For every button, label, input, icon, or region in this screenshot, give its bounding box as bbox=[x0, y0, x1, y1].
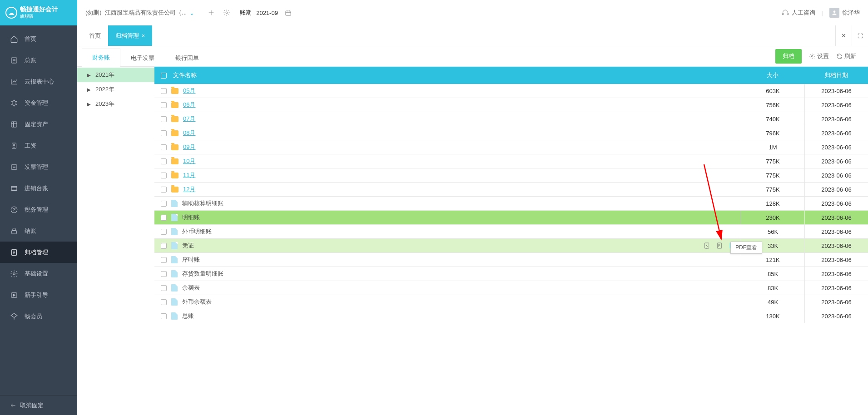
nav-item-8[interactable]: 税务管理 bbox=[0, 199, 77, 220]
row-checkbox[interactable] bbox=[161, 201, 167, 207]
table-row[interactable]: 外币明细账56K2023-06-06 bbox=[154, 225, 868, 239]
svg-point-15 bbox=[833, 10, 836, 13]
row-checkbox[interactable] bbox=[161, 158, 167, 164]
page-tab-home[interactable]: 首页 bbox=[82, 25, 108, 46]
nav-item-13[interactable]: 畅会员 bbox=[0, 306, 77, 327]
select-all-checkbox[interactable] bbox=[161, 73, 167, 79]
row-checkbox[interactable] bbox=[161, 299, 167, 305]
file-name: 外币明细账 bbox=[182, 227, 212, 236]
nav-icon bbox=[10, 291, 18, 299]
row-checkbox[interactable] bbox=[161, 243, 167, 249]
table-row[interactable]: 06月756K2023-06-06 bbox=[154, 98, 868, 112]
nav-item-1[interactable]: 总账 bbox=[0, 49, 77, 71]
year-item-1[interactable]: ▶2022年 bbox=[77, 82, 154, 97]
gear-icon[interactable] bbox=[223, 9, 230, 16]
page-tab-archive[interactable]: 归档管理 × bbox=[108, 25, 152, 46]
table-row[interactable]: 外币余额表49K2023-06-06 bbox=[154, 295, 868, 309]
nav-item-2[interactable]: 云报表中心 bbox=[0, 71, 77, 92]
file-icon bbox=[171, 298, 178, 306]
sub-tab-finance[interactable]: 财务账 bbox=[82, 49, 120, 67]
table-row[interactable]: 08月796K2023-06-06 bbox=[154, 126, 868, 140]
cloud-icon: ☁ bbox=[5, 7, 17, 19]
table-row[interactable]: 11月775K2023-06-06 bbox=[154, 168, 868, 183]
row-checkbox[interactable] bbox=[161, 271, 167, 277]
table-row[interactable]: 辅助核算明细账128K2023-06-06 bbox=[154, 197, 868, 211]
caret-right-icon: ▶ bbox=[87, 102, 91, 107]
excel-download-icon[interactable] bbox=[703, 242, 711, 250]
nav-item-3[interactable]: 资金管理 bbox=[0, 92, 77, 114]
row-checkbox[interactable] bbox=[161, 285, 167, 291]
nav-label: 畅会员 bbox=[25, 312, 42, 321]
nav-item-7[interactable]: 进销台账 bbox=[0, 178, 77, 199]
sub-tab-einvoice[interactable]: 电子发票 bbox=[120, 49, 165, 67]
nav-item-9[interactable]: 结账 bbox=[0, 220, 77, 242]
file-name[interactable]: 10月 bbox=[183, 157, 195, 165]
fullscreen-icon[interactable] bbox=[852, 25, 868, 46]
sub-tab-bankreceipt[interactable]: 银行回单 bbox=[165, 49, 209, 67]
row-checkbox[interactable] bbox=[161, 173, 167, 178]
nav-item-5[interactable]: 工资 bbox=[0, 135, 77, 156]
year-item-0[interactable]: ▶2021年 bbox=[77, 68, 154, 82]
period-value[interactable]: 2021-09 bbox=[256, 10, 278, 16]
nav-item-4[interactable]: 固定资产 bbox=[0, 114, 77, 135]
table-row[interactable]: 序时账121K2023-06-06 bbox=[154, 253, 868, 267]
brand-logo[interactable]: ☁ 畅捷通好会计 旗舰版 bbox=[0, 0, 77, 25]
sidebar-unpin[interactable]: 取消固定 bbox=[0, 395, 77, 415]
company-selector[interactable]: (勿删）江西服宝精品有限责任公司（... ⌄ bbox=[85, 9, 194, 17]
sidebar-nav: 首页总账云报表中心资金管理固定资产工资发票管理进销台账税务管理结账归档管理基础设… bbox=[0, 25, 77, 395]
table-row[interactable]: 明细账230K2023-06-06 bbox=[154, 211, 868, 225]
table-row[interactable]: 05月603K2023-06-06 bbox=[154, 84, 868, 98]
table-row[interactable]: 12月775K2023-06-06 bbox=[154, 183, 868, 197]
close-tab-icon[interactable]: × bbox=[142, 33, 145, 39]
table-row[interactable]: 10月775K2023-06-06 bbox=[154, 154, 868, 168]
row-checkbox[interactable] bbox=[161, 102, 167, 108]
table-row[interactable]: 09月1M2023-06-06 bbox=[154, 140, 868, 154]
row-checkbox[interactable] bbox=[161, 229, 167, 235]
table-row[interactable]: 07月740K2023-06-06 bbox=[154, 112, 868, 126]
file-size: 49K bbox=[741, 295, 804, 309]
nav-item-12[interactable]: 新手引导 bbox=[0, 284, 77, 306]
file-name[interactable]: 12月 bbox=[183, 185, 195, 193]
year-item-2[interactable]: ▶2023年 bbox=[77, 97, 154, 111]
calendar-icon[interactable] bbox=[285, 10, 292, 16]
support-link[interactable]: 人工咨询 bbox=[782, 9, 815, 17]
file-name[interactable]: 11月 bbox=[183, 171, 195, 179]
nav-label: 归档管理 bbox=[25, 248, 48, 257]
row-checkbox[interactable] bbox=[161, 116, 167, 122]
file-size: 775K bbox=[741, 168, 804, 182]
file-name[interactable]: 07月 bbox=[183, 115, 195, 123]
file-name[interactable]: 08月 bbox=[183, 129, 195, 137]
file-name[interactable]: 06月 bbox=[183, 101, 195, 109]
sidebar: ☁ 畅捷通好会计 旗舰版 首页总账云报表中心资金管理固定资产工资发票管理进销台账… bbox=[0, 0, 77, 415]
brand-name: 畅捷通好会计 bbox=[20, 5, 58, 13]
nav-item-10[interactable]: 归档管理 bbox=[0, 242, 77, 263]
row-checkbox[interactable] bbox=[161, 215, 167, 221]
row-checkbox[interactable] bbox=[161, 257, 167, 263]
user-menu[interactable]: 徐泽华 bbox=[829, 8, 860, 18]
add-icon[interactable] bbox=[208, 9, 215, 16]
svg-rect-1 bbox=[11, 122, 17, 127]
archive-date: 2023-06-06 bbox=[804, 168, 868, 182]
pdf-download-icon[interactable] bbox=[715, 242, 724, 250]
nav-icon bbox=[10, 56, 18, 64]
file-size: 775K bbox=[741, 154, 804, 168]
file-size: 130K bbox=[741, 309, 804, 323]
nav-item-6[interactable]: 发票管理 bbox=[0, 156, 77, 178]
refresh-button[interactable]: 刷新 bbox=[836, 52, 856, 60]
file-name[interactable]: 05月 bbox=[183, 87, 195, 95]
table-row[interactable]: 总账130K2023-06-06 bbox=[154, 309, 868, 323]
row-checkbox[interactable] bbox=[161, 130, 167, 136]
close-all-icon[interactable]: ✕ bbox=[835, 25, 852, 46]
nav-item-0[interactable]: 首页 bbox=[0, 28, 77, 49]
file-size: 128K bbox=[741, 197, 804, 210]
nav-item-11[interactable]: 基础设置 bbox=[0, 263, 77, 284]
row-checkbox[interactable] bbox=[161, 88, 167, 94]
table-row[interactable]: 余额表83K2023-06-06 bbox=[154, 281, 868, 295]
row-checkbox[interactable] bbox=[161, 313, 167, 319]
file-name[interactable]: 09月 bbox=[183, 143, 195, 151]
table-row[interactable]: 存货数量明细账85K2023-06-06 bbox=[154, 267, 868, 281]
settings-button[interactable]: 设置 bbox=[809, 52, 829, 60]
row-checkbox[interactable] bbox=[161, 144, 167, 150]
row-checkbox[interactable] bbox=[161, 187, 167, 193]
archive-button[interactable]: 归档 bbox=[775, 49, 802, 64]
